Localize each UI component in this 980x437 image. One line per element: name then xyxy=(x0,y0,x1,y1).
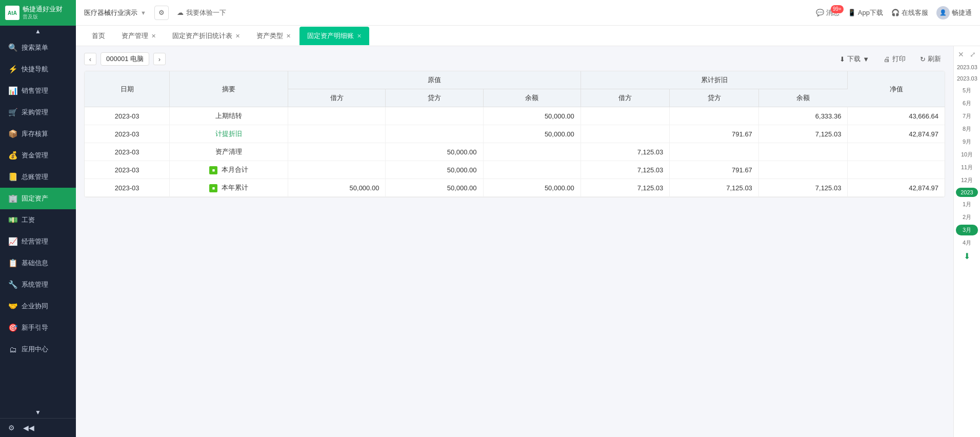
panel-expand-icon[interactable]: ⤢ xyxy=(970,50,976,58)
toolbar-right: ⬇ 下载 ▼ 🖨 打印 ↻ 刷新 xyxy=(835,52,945,66)
next-asset-button[interactable]: › xyxy=(153,53,166,65)
row-acc-credit xyxy=(670,107,759,125)
system-icon: 🔧 xyxy=(8,280,17,289)
settings-icon[interactable]: ⚙ xyxy=(8,424,15,432)
tab-asset-mgmt-close[interactable]: ✕ xyxy=(151,33,156,39)
message-button[interactable]: 💬 消息 99+ xyxy=(816,8,839,17)
sidebar: AtA 畅捷通好业财 普及版 ▲ 🔍 搜索菜单 ⚡ 快捷导航 📊 销售管理 🛒 … xyxy=(0,0,76,437)
row-summary: 计提折旧 xyxy=(170,125,288,143)
row-net-value xyxy=(848,161,945,179)
sidebar-item-base-info[interactable]: 📋 基础信息 xyxy=(0,252,76,274)
panel-month-12[interactable]: 12月 xyxy=(956,175,978,186)
row-date: 2023-03 xyxy=(85,107,170,125)
row-acc-debit xyxy=(581,107,670,125)
company-selector[interactable]: 医疗器械行业演示 ▼ xyxy=(84,8,146,17)
row-orig-credit: 50,000.00 xyxy=(386,143,483,161)
row-date: 2023-03 xyxy=(85,125,170,143)
sidebar-scroll-up[interactable]: ▲ xyxy=(0,26,76,37)
tab-fixed-depreciation[interactable]: 固定资产折旧统计表 ✕ xyxy=(165,27,248,45)
sidebar-scroll-down[interactable]: ▼ xyxy=(0,407,76,418)
panel-top-year[interactable]: 2023.03 xyxy=(956,63,978,72)
sidebar-item-collab[interactable]: 🤝 企业协同 xyxy=(0,295,76,317)
panel-close-icon[interactable]: ✕ xyxy=(958,50,964,58)
row-orig-balance xyxy=(483,143,581,161)
logo-icon: AtA xyxy=(5,6,19,20)
collapse-icon[interactable]: ◀◀ xyxy=(23,424,34,432)
panel-month-5[interactable]: 5月 xyxy=(956,85,978,96)
topbar: 医疗器械行业演示 ▼ ⚙ ☁ 我要体验一下 💬 消息 99+ 📱 App下载 🎧… xyxy=(76,0,980,26)
company-dropdown-arrow: ▼ xyxy=(141,10,146,16)
cloud-icon: ☁ xyxy=(177,9,184,16)
summary-link[interactable]: 计提折旧 xyxy=(215,130,242,137)
sidebar-item-inventory[interactable]: 📦 库存核算 xyxy=(0,123,76,145)
panel-month-6[interactable]: 6月 xyxy=(956,98,978,109)
panel-month-2[interactable]: 2月 xyxy=(956,212,978,223)
base-info-icon: 📋 xyxy=(8,259,17,268)
tab-fixed-depreciation-close[interactable]: ✕ xyxy=(235,33,240,39)
search-icon: 🔍 xyxy=(8,43,17,52)
user-avatar-button[interactable]: 👤 畅捷通 xyxy=(936,6,972,19)
panel-year-2023[interactable]: 2023 xyxy=(956,188,978,197)
panel-month-1[interactable]: 1月 xyxy=(956,199,978,210)
customer-service-button[interactable]: 🎧 在线客服 xyxy=(891,8,928,17)
topbar-right: 💬 消息 99+ 📱 App下载 🎧 在线客服 👤 畅捷通 xyxy=(816,6,972,19)
sidebar-item-guide[interactable]: 🎯 新手引导 xyxy=(0,317,76,339)
sidebar-item-ledger[interactable]: 📒 总账管理 xyxy=(0,166,76,188)
avatar: 👤 xyxy=(936,6,950,19)
tab-fixed-detail[interactable]: 固定资产明细账 ✕ xyxy=(299,27,369,45)
sidebar-item-search[interactable]: 🔍 搜索菜单 xyxy=(0,37,76,58)
print-label: 打印 xyxy=(892,54,906,64)
tab-home-label: 首页 xyxy=(92,31,105,41)
panel-month-11[interactable]: 11月 xyxy=(956,162,978,173)
experience-button[interactable]: ☁ 我要体验一下 xyxy=(177,8,226,17)
ledger-icon: 📒 xyxy=(8,172,17,182)
table-row: 2023-03 上期结转 50,000.00 6,333.36 43,666.6… xyxy=(85,107,945,125)
col-summary: 摘要 xyxy=(170,71,288,107)
sidebar-item-purchase[interactable]: 🛒 采购管理 xyxy=(0,102,76,123)
refresh-button[interactable]: ↻ 刷新 xyxy=(916,52,945,66)
row-acc-debit: 7,125.03 xyxy=(581,143,670,161)
print-button[interactable]: 🖨 打印 xyxy=(879,52,910,66)
panel-down-arrow[interactable]: ⬇ xyxy=(964,251,970,261)
panel-month-10[interactable]: 10月 xyxy=(956,149,978,160)
panel-month-9[interactable]: 9月 xyxy=(956,136,978,147)
asset-id: 000001 xyxy=(106,55,128,63)
sidebar-item-operations[interactable]: 📈 经营管理 xyxy=(0,231,76,252)
sidebar-item-fixed-assets[interactable]: 🏢 固定资产 xyxy=(0,188,76,209)
inventory-icon: 📦 xyxy=(8,129,17,138)
refresh-label: 刷新 xyxy=(928,54,941,64)
tab-home[interactable]: 首页 xyxy=(84,27,113,45)
detail-table-container: 日期 摘要 原值 累计折旧 净值 借方 贷方 余额 借方 贷方 余额 xyxy=(84,71,945,197)
panel-month-7[interactable]: 7月 xyxy=(956,111,978,122)
sidebar-item-finance[interactable]: 💰 资金管理 xyxy=(0,145,76,166)
user-label: 畅捷通 xyxy=(952,8,972,17)
tab-asset-type-close[interactable]: ✕ xyxy=(286,33,291,39)
app-download-button[interactable]: 📱 App下载 xyxy=(848,8,883,17)
company-settings-button[interactable]: ⚙ xyxy=(154,6,169,20)
service-label: 在线客服 xyxy=(902,8,928,17)
tab-asset-mgmt[interactable]: 资产管理 ✕ xyxy=(114,27,164,45)
panel-section-year[interactable]: 2023.03 xyxy=(956,74,978,83)
panel-month-8[interactable]: 8月 xyxy=(956,124,978,134)
sidebar-item-salary[interactable]: 💵 工资 xyxy=(0,209,76,231)
asset-name: 电脑 xyxy=(130,55,144,63)
guide-icon: 🎯 xyxy=(8,323,17,332)
panel-month-3[interactable]: 3月 xyxy=(956,225,978,235)
tab-fixed-detail-close[interactable]: ✕ xyxy=(357,33,362,39)
col-accumulated: 累计折旧 xyxy=(581,71,848,89)
table-row: 2023-03 资产清理 50,000.00 7,125.03 xyxy=(85,143,945,161)
prev-asset-button[interactable]: ‹ xyxy=(84,53,96,65)
download-button[interactable]: ⬇ 下载 ▼ xyxy=(835,52,873,66)
logo-text: 畅捷通好业财 普及版 xyxy=(23,5,63,21)
sidebar-item-quick-nav[interactable]: ⚡ 快捷导航 xyxy=(0,58,76,80)
tab-bar: 首页 资产管理 ✕ 固定资产折旧统计表 ✕ 资产类型 ✕ 固定资产明细账 ✕ xyxy=(76,26,980,46)
sidebar-item-apps[interactable]: 🗂 应用中心 xyxy=(0,339,76,360)
experience-label: 我要体验一下 xyxy=(186,8,226,17)
panel-month-4[interactable]: 4月 xyxy=(956,237,978,248)
row-net-value xyxy=(848,143,945,161)
tab-asset-type[interactable]: 资产类型 ✕ xyxy=(249,27,298,45)
sidebar-item-system[interactable]: 🔧 系统管理 xyxy=(0,274,76,295)
row-net-value: 42,874.97 xyxy=(848,125,945,143)
sidebar-item-sales[interactable]: 📊 销售管理 xyxy=(0,80,76,102)
salary-icon: 💵 xyxy=(8,215,17,225)
